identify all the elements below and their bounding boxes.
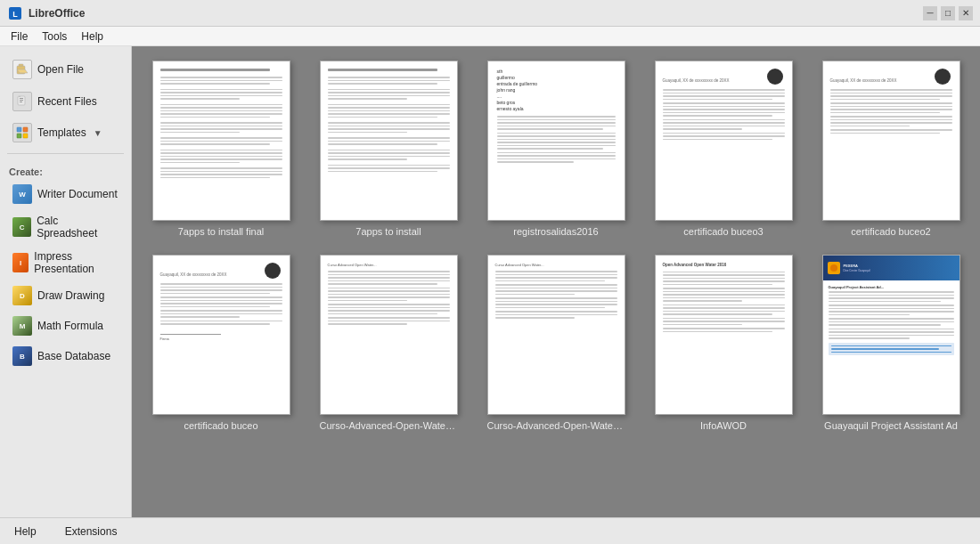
help-button[interactable]: Help bbox=[7, 523, 44, 540]
doc-thumb-infoawod: Open Advanced Open Water 2016 bbox=[655, 255, 793, 415]
recent-files-button[interactable]: Recent Files bbox=[4, 86, 127, 117]
doc-thumb-curso1: Curso Advanced Open Water... bbox=[320, 255, 458, 415]
doc-label-guayaquil: Guayaquil Project Assistant Ad bbox=[824, 420, 958, 431]
doc-thumb-guayaquil: PEXERA Dive Center Guayaquil Guayaquil P… bbox=[822, 255, 960, 415]
svg-rect-10 bbox=[23, 127, 28, 132]
writer-icon: W bbox=[12, 184, 32, 204]
draw-drawing-label: Draw Drawing bbox=[37, 289, 104, 302]
doc-thumb-registrosalidas: sthguillermoentrada de guillermojohn ran… bbox=[487, 61, 625, 221]
doc-label-curso1: Curso-Advanced-Open-Water-... bbox=[320, 420, 458, 431]
guayaquil-header-text: PEXERA Dive Center Guayaquil bbox=[844, 264, 870, 272]
create-section-label: Create: bbox=[0, 159, 131, 179]
doc-thumb-curso2: Curso Advanced Open Water... bbox=[487, 255, 625, 415]
templates-chevron-icon: ▼ bbox=[94, 128, 102, 138]
libreoffice-icon: L bbox=[7, 5, 23, 21]
doc-item-registrosalidas[interactable]: sthguillermoentrada de guillermojohn ran… bbox=[481, 61, 631, 237]
impress-icon: I bbox=[12, 253, 29, 272]
title-bar-left: L LibreOffice bbox=[7, 5, 85, 21]
title-bar: L LibreOffice ─ □ ✕ bbox=[0, 0, 980, 27]
writer-document-button[interactable]: W Writer Document bbox=[4, 180, 127, 208]
doc-item-cert2[interactable]: Guayaquil, XX de xxxxxxxxx de 20XX bbox=[816, 61, 966, 237]
doc-label-curso2: Curso-Advanced-Open-Water-... bbox=[487, 420, 625, 431]
doc-thumb-7apps-final bbox=[152, 61, 290, 221]
impress-presentation-label: Impress Presentation bbox=[34, 250, 118, 275]
doc-label-cert3: certificado buceo3 bbox=[683, 226, 763, 237]
doc-item-cert[interactable]: Guayaquil, XX de xxxxxxxxx de 20XX bbox=[146, 255, 296, 431]
svg-rect-6 bbox=[20, 100, 23, 101]
close-button[interactable]: ✕ bbox=[959, 6, 973, 20]
cert-stamp bbox=[265, 263, 281, 279]
menu-bar: File Tools Help bbox=[0, 27, 980, 46]
doc-item-guayaquil[interactable]: PEXERA Dive Center Guayaquil Guayaquil P… bbox=[816, 255, 966, 431]
pexera-logo bbox=[828, 262, 840, 274]
templates-label: Templates bbox=[37, 126, 86, 139]
svg-rect-12 bbox=[23, 134, 28, 138]
calc-spreadsheet-label: Calc Spreadsheet bbox=[37, 215, 118, 240]
doc-item-7apps[interactable]: 7apps to install bbox=[314, 61, 463, 237]
svg-rect-7 bbox=[20, 101, 22, 102]
open-file-label: Open File bbox=[37, 63, 84, 76]
doc-item-curso1[interactable]: Curso Advanced Open Water... bbox=[314, 255, 463, 431]
draw-drawing-button[interactable]: D Draw Drawing bbox=[4, 281, 127, 310]
templates-button[interactable]: Templates ▼ bbox=[4, 118, 127, 147]
calc-spreadsheet-button[interactable]: C Calc Spreadsheet bbox=[4, 210, 127, 244]
menu-help[interactable]: Help bbox=[74, 28, 110, 45]
open-file-button[interactable]: Open File bbox=[4, 54, 127, 85]
writer-document-label: Writer Document bbox=[37, 188, 118, 200]
svg-rect-8 bbox=[19, 96, 20, 97]
window-controls: ─ □ ✕ bbox=[923, 6, 973, 20]
title-bar-title: LibreOffice bbox=[29, 7, 85, 20]
doc-label-7apps: 7apps to install bbox=[355, 226, 421, 237]
draw-icon: D bbox=[12, 286, 32, 305]
math-icon: M bbox=[12, 316, 32, 336]
sidebar: Open File Recent Files bbox=[0, 46, 132, 517]
cert-stamp-2 bbox=[935, 69, 951, 85]
svg-rect-5 bbox=[20, 98, 23, 99]
doc-item-infoawod[interactable]: Open Advanced Open Water 2016 bbox=[649, 255, 798, 431]
doc-label-7apps-final: 7apps to install final bbox=[178, 226, 265, 237]
menu-tools[interactable]: Tools bbox=[35, 28, 74, 45]
doc-item-curso2[interactable]: Curso Advanced Open Water... bbox=[481, 255, 631, 431]
svg-text:L: L bbox=[12, 10, 18, 19]
base-database-label: Base Database bbox=[37, 350, 110, 362]
math-formula-label: Math Formula bbox=[37, 320, 103, 332]
doc-label-registrosalidas: registrosalidas2016 bbox=[513, 226, 598, 237]
doc-label-infoawod: InfoAWOD bbox=[700, 420, 747, 431]
svg-rect-11 bbox=[17, 134, 21, 138]
recent-files-label: Recent Files bbox=[37, 95, 97, 108]
svg-rect-9 bbox=[17, 127, 21, 132]
templates-icon bbox=[12, 123, 32, 142]
main-layout: Open File Recent Files bbox=[0, 46, 980, 517]
cert-stamp-3 bbox=[767, 69, 783, 85]
bottom-bar: Help Extensions bbox=[0, 517, 980, 544]
extensions-button[interactable]: Extensions bbox=[58, 523, 125, 540]
minimize-button[interactable]: ─ bbox=[923, 6, 937, 20]
menu-file[interactable]: File bbox=[4, 28, 35, 45]
content-area: 7apps to install final bbox=[132, 46, 980, 517]
doc-label-cert: certificado buceo bbox=[184, 420, 257, 431]
base-database-button[interactable]: B Base Database bbox=[4, 342, 127, 370]
doc-item-cert3[interactable]: Guayaquil, XX de xxxxxxxxx de 20XX bbox=[649, 61, 798, 237]
recent-files-icon bbox=[12, 92, 32, 111]
open-file-icon bbox=[12, 60, 32, 79]
svg-rect-3 bbox=[19, 64, 23, 66]
doc-thumb-cert: Guayaquil, XX de xxxxxxxxx de 20XX bbox=[152, 255, 290, 415]
calc-icon: C bbox=[12, 217, 31, 237]
doc-label-cert2: certificado buceo2 bbox=[851, 226, 930, 237]
doc-item-7apps-final[interactable]: 7apps to install final bbox=[146, 61, 296, 237]
documents-grid: 7apps to install final bbox=[146, 61, 966, 431]
base-icon: B bbox=[12, 346, 32, 366]
doc-thumb-cert3: Guayaquil, XX de xxxxxxxxx de 20XX bbox=[655, 61, 793, 221]
sidebar-divider bbox=[7, 153, 124, 154]
maximize-button[interactable]: □ bbox=[941, 6, 955, 20]
doc-thumb-cert2: Guayaquil, XX de xxxxxxxxx de 20XX bbox=[822, 61, 960, 221]
math-formula-button[interactable]: M Math Formula bbox=[4, 312, 127, 340]
doc-thumb-7apps bbox=[320, 61, 458, 221]
guayaquil-header: PEXERA Dive Center Guayaquil bbox=[823, 256, 960, 280]
impress-presentation-button[interactable]: I Impress Presentation bbox=[4, 246, 127, 280]
